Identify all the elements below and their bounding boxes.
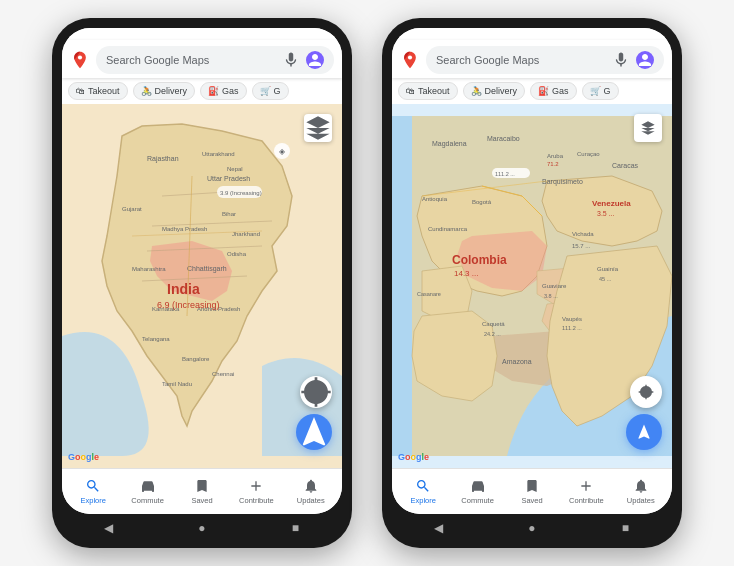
svg-text:Bangalore: Bangalore: [182, 356, 210, 362]
svg-text:24.2 ...: 24.2 ...: [484, 331, 501, 337]
google-logo-2: Google: [398, 452, 429, 462]
svg-text:Uttarakhand: Uttarakhand: [202, 151, 235, 157]
status-bar-2: [392, 28, 672, 40]
back-gesture-1[interactable]: ◀: [101, 520, 117, 536]
svg-text:Caquetá: Caquetá: [482, 321, 505, 327]
svg-text:Caracas: Caracas: [612, 162, 639, 169]
layers-button-2[interactable]: [634, 114, 662, 142]
nav-commute-2[interactable]: Commute: [450, 478, 504, 505]
nav-updates-2[interactable]: Updates: [614, 478, 668, 505]
svg-text:3.9 (Increasing): 3.9 (Increasing): [220, 190, 262, 196]
location-button-1[interactable]: [300, 376, 332, 408]
svg-text:Barquisimeto: Barquisimeto: [542, 178, 583, 186]
svg-text:6.9 (Increasing): 6.9 (Increasing): [157, 300, 220, 310]
svg-text:India: India: [167, 281, 200, 297]
svg-text:Tamil Nadu: Tamil Nadu: [162, 381, 192, 387]
nav-label-contribute-2: Contribute: [569, 496, 604, 505]
svg-text:Guainía: Guainía: [597, 266, 619, 272]
nav-label-saved-2: Saved: [521, 496, 542, 505]
nav-label-explore-2: Explore: [410, 496, 435, 505]
phone-bottom-1: ◀ ● ■: [62, 514, 342, 538]
nav-label-commute-1: Commute: [131, 496, 164, 505]
svg-text:Rajasthan: Rajasthan: [147, 155, 179, 163]
nav-contribute-2[interactable]: Contribute: [559, 478, 613, 505]
svg-text:Colombia: Colombia: [452, 253, 507, 267]
svg-text:Odisha: Odisha: [227, 251, 247, 257]
bottom-nav-1: Explore Commute Saved Contribute: [62, 468, 342, 514]
google-maps-logo-1: [70, 50, 90, 70]
phone-2: Search Google Maps 🛍Takeout 🚴Delivery ⛽: [382, 18, 682, 548]
nav-explore-1[interactable]: Explore: [66, 478, 120, 505]
svg-text:◈: ◈: [279, 147, 286, 156]
chip-takeout-2[interactable]: 🛍Takeout: [398, 82, 458, 100]
svg-text:Chennai: Chennai: [212, 371, 234, 377]
search-input-1[interactable]: Search Google Maps: [96, 46, 334, 74]
location-button-2[interactable]: [630, 376, 662, 408]
svg-text:Vaupés: Vaupés: [562, 316, 582, 322]
search-input-2[interactable]: Search Google Maps: [426, 46, 664, 74]
nav-contribute-1[interactable]: Contribute: [229, 478, 283, 505]
svg-text:71.2: 71.2: [547, 161, 559, 167]
avatar-1: [306, 51, 324, 69]
svg-text:Bogotá: Bogotá: [472, 199, 492, 205]
search-text-1: Search Google Maps: [106, 54, 276, 66]
svg-text:Madhya Pradesh: Madhya Pradesh: [162, 226, 207, 232]
svg-text:Telangana: Telangana: [142, 336, 170, 342]
svg-point-29: [408, 55, 412, 59]
phone-bottom-2: ◀ ● ■: [392, 514, 672, 538]
phone-1: Search Google Maps 🛍Takeout 🚴Delivery ⛽: [52, 18, 352, 548]
svg-text:45 ...: 45 ...: [599, 276, 612, 282]
chips-bar-2: 🛍Takeout 🚴Delivery ⛽Gas 🛒G: [392, 78, 672, 104]
nav-label-explore-1: Explore: [80, 496, 105, 505]
navigate-button-1[interactable]: [296, 414, 332, 450]
nav-saved-2[interactable]: Saved: [505, 478, 559, 505]
nav-saved-1[interactable]: Saved: [175, 478, 229, 505]
svg-text:Amazona: Amazona: [502, 358, 532, 365]
nav-commute-1[interactable]: Commute: [120, 478, 174, 505]
bottom-nav-2: Explore Commute Saved Contribute: [392, 468, 672, 514]
avatar-2: [636, 51, 654, 69]
google-maps-logo-2: [400, 50, 420, 70]
svg-text:Cundinamarca: Cundinamarca: [428, 226, 468, 232]
back-gesture-2[interactable]: ◀: [431, 520, 447, 536]
svg-text:Nepal: Nepal: [227, 166, 243, 172]
nav-updates-1[interactable]: Updates: [284, 478, 338, 505]
google-logo-1: Google: [68, 452, 99, 462]
svg-text:111.2 ...: 111.2 ...: [495, 171, 515, 177]
nav-explore-2[interactable]: Explore: [396, 478, 450, 505]
sa-map[interactable]: Magdalena Maracaibo Aruba 71.2 Curaçao C…: [392, 104, 672, 468]
chip-delivery-1[interactable]: 🚴Delivery: [133, 82, 196, 100]
search-bar-1[interactable]: Search Google Maps: [62, 40, 342, 78]
home-gesture-2[interactable]: ●: [524, 520, 540, 536]
chip-delivery-2[interactable]: 🚴Delivery: [463, 82, 526, 100]
chip-more-2[interactable]: 🛒G: [582, 82, 619, 100]
svg-text:Bihar: Bihar: [222, 211, 236, 217]
nav-label-updates-1: Updates: [297, 496, 325, 505]
recents-gesture-2[interactable]: ■: [617, 520, 633, 536]
svg-text:Gujarat: Gujarat: [122, 206, 142, 212]
svg-text:Venezuela: Venezuela: [592, 199, 631, 208]
navigate-button-2[interactable]: [626, 414, 662, 450]
recents-gesture-1[interactable]: ■: [287, 520, 303, 536]
home-gesture-1[interactable]: ●: [194, 520, 210, 536]
svg-text:Maracaibo: Maracaibo: [487, 135, 520, 142]
nav-label-commute-2: Commute: [461, 496, 494, 505]
status-bar-1: [62, 28, 342, 40]
svg-text:111.2 ...: 111.2 ...: [562, 325, 582, 331]
search-bar-2[interactable]: Search Google Maps: [392, 40, 672, 78]
chip-takeout-1[interactable]: 🛍Takeout: [68, 82, 128, 100]
nav-label-contribute-1: Contribute: [239, 496, 274, 505]
svg-text:Guaviare: Guaviare: [542, 283, 567, 289]
svg-text:Chhattisgarh: Chhattisgarh: [187, 265, 227, 273]
chip-more-1[interactable]: 🛒G: [252, 82, 289, 100]
chip-gas-2[interactable]: ⛽Gas: [530, 82, 577, 100]
svg-text:3.5 ...: 3.5 ...: [597, 210, 615, 217]
mic-icon-2: [612, 51, 630, 69]
svg-text:15.7 ...: 15.7 ...: [572, 243, 591, 249]
search-text-2: Search Google Maps: [436, 54, 606, 66]
chip-gas-1[interactable]: ⛽Gas: [200, 82, 247, 100]
layers-button-1[interactable]: [304, 114, 332, 142]
svg-text:Vichada: Vichada: [572, 231, 594, 237]
svg-text:3.8 ...: 3.8 ...: [544, 293, 558, 299]
india-map[interactable]: Rajasthan Uttarakhand Uttar Pradesh Guja…: [62, 104, 342, 468]
